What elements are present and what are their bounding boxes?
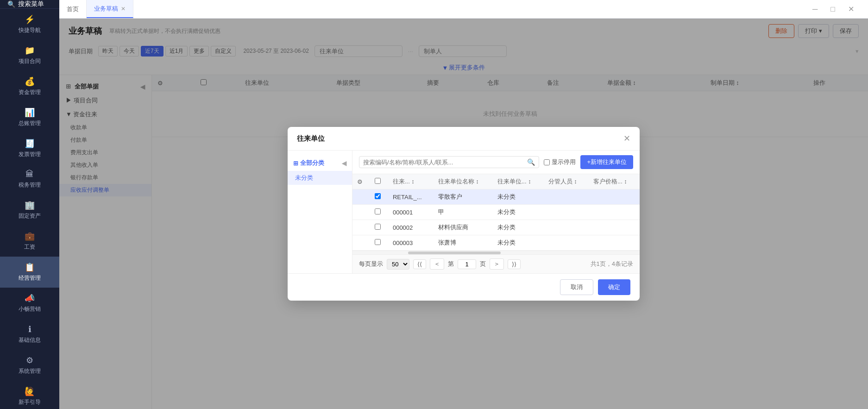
- page-prev-button[interactable]: ＜: [430, 258, 444, 270]
- modal-sidebar: ⊞ 全部分类 ◀ 未分类: [288, 151, 352, 273]
- search-wrap: 🔍: [359, 156, 539, 168]
- sys-icon: ⚙: [26, 355, 33, 365]
- modal-table: ⚙ 往来... ↕ 往来单位名称 ↕ 往来单位... ↕ 分管人员 ↕ 客户价格…: [352, 174, 640, 251]
- modal-table-row[interactable]: 000002 材料供应商 未分类: [352, 220, 640, 235]
- modal-close-button[interactable]: ✕: [623, 133, 630, 144]
- sidebar-item-label: 小畅营销: [19, 305, 41, 313]
- modal-col-settings[interactable]: ⚙: [352, 174, 370, 189]
- modal-table-row[interactable]: 000003 张萧博 未分类: [352, 235, 640, 251]
- cancel-button[interactable]: 取消: [560, 279, 593, 295]
- modal-col-price: 客户价格... ↕: [589, 174, 640, 189]
- sidebar-item-newcomer[interactable]: 🙋 新手引导: [0, 381, 59, 409]
- row-manager: [544, 220, 589, 235]
- row-settings: [352, 235, 370, 251]
- show-disabled-checkbox[interactable]: [544, 159, 550, 165]
- row-checkbox[interactable]: [370, 220, 388, 235]
- sidebar-item-accounting[interactable]: 📊 总账管理: [0, 102, 59, 133]
- tab-close-icon[interactable]: ✕: [121, 6, 126, 12]
- row-select-checkbox[interactable]: [375, 239, 381, 245]
- sidebar-item-label: 工资: [24, 243, 35, 251]
- modal-actions: 取消 确定: [288, 273, 640, 301]
- sidebar-item-capital[interactable]: 💰 资金管理: [0, 71, 59, 102]
- capital-icon: 💰: [25, 76, 35, 87]
- pagination-total: 共1页，4条记录: [591, 260, 633, 268]
- page-number-input[interactable]: [458, 259, 476, 269]
- modal-overlay[interactable]: 往来单位 ✕ ⊞ 全部分类 ◀ 未分类: [59, 19, 868, 409]
- sidebar-item-label: 基础信息: [19, 336, 41, 344]
- row-category: 未分类: [493, 235, 544, 251]
- search-icon: 🔍: [7, 0, 15, 8]
- show-disabled-label[interactable]: 显示停用: [544, 158, 576, 166]
- invoice-icon: 🧾: [25, 138, 35, 149]
- assets-icon: 🏢: [25, 200, 35, 210]
- modal-scrollbar[interactable]: [352, 251, 640, 254]
- tab-home[interactable]: 首页: [59, 0, 87, 18]
- row-select-checkbox[interactable]: [375, 193, 381, 199]
- modal-table-row[interactable]: 000001 甲 未分类: [352, 205, 640, 220]
- minimize-button[interactable]: ─: [806, 3, 824, 16]
- sidebar-item-base[interactable]: ℹ 基础信息: [0, 319, 59, 350]
- sidebar-item-sys[interactable]: ⚙ 系统管理: [0, 350, 59, 381]
- row-select-checkbox[interactable]: [375, 224, 381, 230]
- sidebar-item-label: 税务管理: [19, 181, 41, 189]
- row-name: 张萧博: [434, 235, 493, 251]
- maximize-button[interactable]: □: [824, 3, 842, 16]
- row-code: 000003: [388, 235, 434, 251]
- sidebar-item-tax[interactable]: 🏛 税务管理: [0, 164, 59, 195]
- row-code: RETAIL_...: [388, 189, 434, 205]
- ops-icon: 📋: [25, 262, 35, 272]
- page-word: 第: [448, 260, 454, 268]
- modal-sidebar-all[interactable]: ⊞ 全部分类 ◀: [288, 155, 352, 171]
- page-next-button[interactable]: ＞: [490, 258, 504, 270]
- sidebar-item-invoice[interactable]: 🧾 发票管理: [0, 133, 59, 164]
- sidebar-logo[interactable]: 🔍 搜索菜单: [0, 0, 59, 9]
- tab-draft[interactable]: 业务草稿 ✕: [87, 0, 133, 18]
- modal-sidebar-unclassified[interactable]: 未分类: [288, 171, 352, 185]
- sidebar-item-ops[interactable]: 📋 经营管理: [0, 257, 59, 288]
- per-page-select[interactable]: 50: [387, 259, 409, 270]
- add-partner-button[interactable]: +新增往来单位: [580, 155, 633, 169]
- page-content: 业务草稿 草稿转为正式单据时，不会执行满赠促销优惠 删除 打印 ▾ 保存 单据日…: [59, 19, 868, 409]
- modal-col-category: 往来单位... ↕: [493, 174, 544, 189]
- sidebar-item-salary[interactable]: 💼 工资: [0, 226, 59, 257]
- close-button[interactable]: ✕: [842, 2, 861, 16]
- sidebar-item-assets[interactable]: 🏢 固定资产: [0, 195, 59, 226]
- page-first-button[interactable]: ⟨⟨: [413, 259, 426, 269]
- sidebar-item-label: 固定资产: [19, 212, 41, 220]
- row-checkbox[interactable]: [370, 205, 388, 220]
- confirm-button[interactable]: 确定: [598, 279, 630, 295]
- row-manager: [544, 235, 589, 251]
- tabbar: 首页 业务草稿 ✕ ─ □ ✕: [59, 0, 868, 19]
- sidebar-item-label: 快捷导航: [19, 26, 41, 34]
- modal-title: 往来单位: [297, 134, 325, 143]
- modal-col-checkbox[interactable]: [370, 174, 388, 189]
- row-checkbox[interactable]: [370, 189, 388, 205]
- row-name: 材料供应商: [434, 220, 493, 235]
- sidebar-item-label: 新手引导: [19, 398, 41, 406]
- row-settings: [352, 220, 370, 235]
- sidebar-item-quick-nav[interactable]: ⚡ 快捷导航: [0, 9, 59, 40]
- page-unit: 页: [480, 260, 486, 268]
- sidebar-collapse-icon[interactable]: ◀: [342, 160, 346, 167]
- row-select-checkbox[interactable]: [375, 208, 381, 214]
- modal-table-wrap: ⚙ 往来... ↕ 往来单位名称 ↕ 往来单位... ↕ 分管人员 ↕ 客户价格…: [352, 174, 640, 251]
- partner-search-input[interactable]: [363, 159, 525, 166]
- row-category: 未分类: [493, 220, 544, 235]
- sidebar-item-project[interactable]: 📁 项目合同: [0, 40, 59, 71]
- row-manager: [544, 205, 589, 220]
- accounting-icon: 📊: [25, 107, 35, 118]
- project-icon: 📁: [25, 45, 35, 56]
- row-checkbox[interactable]: [370, 235, 388, 251]
- sidebar-item-label: 项目合同: [19, 57, 41, 65]
- newcomer-icon: 🙋: [25, 386, 35, 396]
- sidebar-item-marketing[interactable]: 📣 小畅营销: [0, 288, 59, 319]
- sidebar-item-label: 系统管理: [19, 367, 41, 375]
- row-price: [589, 189, 640, 205]
- modal-table-row[interactable]: RETAIL_... 零散客户 未分类: [352, 189, 640, 205]
- modal-select-all[interactable]: [375, 178, 381, 184]
- row-category: 未分类: [493, 189, 544, 205]
- page-last-button[interactable]: ⟩⟩: [508, 259, 521, 269]
- modal-pagination-bar: 每页显示 50 ⟨⟨ ＜ 第 页 ＞ ⟩⟩ 共1页，4条记录: [352, 254, 640, 273]
- modal-main: 🔍 显示停用 +新增往来单位: [352, 151, 640, 273]
- tax-icon: 🏛: [25, 170, 34, 179]
